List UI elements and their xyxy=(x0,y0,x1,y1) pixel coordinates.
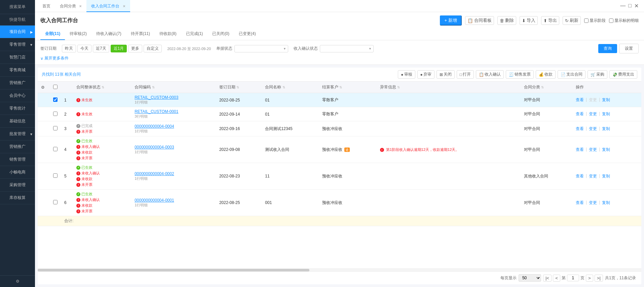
contract-code-link[interactable]: 0000000000004-0002 xyxy=(135,171,213,176)
minimize-button[interactable]: — xyxy=(620,3,626,9)
row-checkbox[interactable] xyxy=(50,107,61,121)
refresh-button[interactable]: ↻ 刷新 xyxy=(563,16,581,25)
status-sort-icon[interactable]: ⇅ xyxy=(102,85,104,89)
col-error-header[interactable]: 异常信息 ⇅ xyxy=(377,82,521,93)
copy-action-btn[interactable]: 复制 xyxy=(602,173,610,179)
op-review-button[interactable]: ● 审核 xyxy=(398,70,415,79)
page-num-input[interactable] xyxy=(567,275,579,281)
view-action-btn[interactable]: 查看 xyxy=(576,173,584,179)
view-action-btn[interactable]: 查看 xyxy=(576,111,584,117)
page-size-wrapper[interactable]: 10 20 50 100 xyxy=(519,274,541,282)
row-checkbox[interactable] xyxy=(50,93,61,107)
copy-action-btn[interactable]: 复制 xyxy=(602,126,610,132)
show-stage-input[interactable] xyxy=(584,18,589,23)
row-checkbox[interactable] xyxy=(50,136,61,163)
col-name-header[interactable]: 合同名称 ⇅ xyxy=(262,82,319,93)
income-confirm-status-wrapper[interactable] xyxy=(320,45,374,52)
op-open-button[interactable]: □ 打开 xyxy=(457,70,474,79)
sidebar-item-retail-stat[interactable]: 零售统计 xyxy=(0,102,35,115)
col-status-header[interactable]: 合同整体状态 ⇅ xyxy=(73,82,131,93)
filter-setting-button[interactable]: 设置 xyxy=(619,44,639,53)
page-prev-button[interactable]: < xyxy=(553,275,560,282)
sidebar-item-purchase[interactable]: 采购管理 xyxy=(0,179,35,192)
query-button[interactable]: 查询 xyxy=(598,44,617,53)
row-checkbox[interactable] xyxy=(50,163,61,190)
row-select-checkbox[interactable] xyxy=(53,112,58,116)
new-button[interactable]: + 新增 xyxy=(440,15,462,26)
sidebar-search[interactable]: 搜索菜单 xyxy=(0,0,35,14)
filter-tab-pending-collection[interactable]: 待收款(8) xyxy=(155,28,181,40)
sidebar-item-xiaochang[interactable]: 小畅电商 xyxy=(0,166,35,179)
sidebar-item-smart-store[interactable]: 智慧门店 xyxy=(0,51,35,64)
change-action-btn[interactable]: 变更 xyxy=(589,147,597,153)
change-action-btn[interactable]: 变更 xyxy=(589,173,597,179)
contract-board-button[interactable]: 📋 合同看板 xyxy=(465,16,494,25)
error-sort-icon[interactable]: ⇅ xyxy=(397,85,400,89)
close-button[interactable]: ✕ xyxy=(634,3,639,9)
sidebar-settings[interactable]: ⚙ xyxy=(0,275,35,287)
row-select-checkbox[interactable] xyxy=(53,147,58,151)
date-btn-1month[interactable]: 近1月 xyxy=(111,45,127,52)
op-income-confirm-button[interactable]: 📋 收入确认 xyxy=(476,70,504,79)
op-collection-button[interactable]: 💰 收款 xyxy=(536,70,556,79)
document-status-wrapper[interactable] xyxy=(234,45,288,52)
change-action-btn[interactable]: 变更 xyxy=(589,126,597,132)
view-action-btn[interactable]: 查看 xyxy=(576,97,584,103)
contract-code-link[interactable]: 0000000000004-0001 xyxy=(135,198,213,203)
data-table[interactable]: ⚙ 合同整体状态 ⇅ 合同编码 ⇅ 签订日期 ⇅ 合同名称 ⇅ 结算客户 ⇅ 异… xyxy=(38,82,641,269)
show-flag-detail-checkbox[interactable]: 显示标的明细 xyxy=(609,18,639,24)
copy-action-btn[interactable]: 复制 xyxy=(602,111,610,117)
contract-code-link[interactable]: 0000000000004-0004 xyxy=(135,124,213,129)
date-btn-yesterday[interactable]: 昨天 xyxy=(62,45,76,52)
row-select-checkbox[interactable] xyxy=(53,173,58,178)
document-status-select[interactable] xyxy=(234,45,288,52)
maximize-button[interactable]: □ xyxy=(628,3,632,9)
customer-sort-icon[interactable]: ⇅ xyxy=(339,85,342,89)
name-sort-icon[interactable]: ⇅ xyxy=(282,85,285,89)
tab-contract-cat[interactable]: 合同分类 ✕ xyxy=(55,0,86,12)
tab-home[interactable]: 首页 xyxy=(38,0,55,12)
tab-income-workbench[interactable]: 收入合同工作台 ✕ xyxy=(86,0,130,12)
copy-action-btn[interactable]: 复制 xyxy=(602,147,610,153)
col-checkbox-header[interactable] xyxy=(50,82,61,93)
copy-action-btn[interactable]: 复制 xyxy=(602,97,610,103)
contract-code-link[interactable]: RETAIL_CUSTOM-0001 xyxy=(135,109,213,114)
op-sales-invoice-button[interactable]: 🧾 销售发票 xyxy=(506,70,534,79)
op-purchase-button[interactable]: 🛒 采购 xyxy=(588,70,607,79)
show-stage-checkbox[interactable]: 显示阶段 xyxy=(584,18,606,24)
col-customer-header[interactable]: 结算客户 ⇅ xyxy=(319,82,376,93)
view-action-btn[interactable]: 查看 xyxy=(576,200,584,206)
category-sort-icon[interactable]: ⇅ xyxy=(541,85,544,89)
filter-tab-changed[interactable]: 已变更(4) xyxy=(234,28,261,40)
page-last-button[interactable]: >| xyxy=(595,275,603,282)
col-settings-header[interactable]: ⚙ xyxy=(38,82,50,93)
filter-tab-closed[interactable]: 已关闭(0) xyxy=(207,28,234,40)
tab-close-contract-cat[interactable]: ✕ xyxy=(79,4,82,8)
row-select-checkbox[interactable] xyxy=(53,97,58,102)
change-action-btn[interactable]: 变更 xyxy=(589,200,597,206)
filter-tab-completed[interactable]: 已完成(1) xyxy=(181,28,208,40)
expand-more-button[interactable]: ∨ 展开更多条件 xyxy=(40,55,639,61)
change-action-btn[interactable]: 变更 xyxy=(589,111,597,117)
contract-code-link[interactable]: 0000000000004-0003 xyxy=(135,145,213,150)
sidebar-item-basic[interactable]: 基础信息 xyxy=(0,115,35,128)
filter-tab-pending-review[interactable]: 待审核(2) xyxy=(65,28,91,40)
delete-button[interactable]: 🗑 删除 xyxy=(497,16,516,25)
horizontal-scrollbar[interactable] xyxy=(38,269,641,271)
filter-tab-all[interactable]: 全部(11) xyxy=(40,28,65,40)
tab-close-income-workbench[interactable]: ✕ xyxy=(123,4,125,8)
show-flag-detail-input[interactable] xyxy=(609,18,613,23)
view-action-btn[interactable]: 查看 xyxy=(576,147,584,153)
page-next-button[interactable]: > xyxy=(586,275,593,282)
copy-action-btn[interactable]: 复制 xyxy=(602,200,610,206)
date-btn-more[interactable]: 更多 xyxy=(128,45,142,52)
import-button[interactable]: ⬇ 导入 xyxy=(520,16,538,25)
select-all-checkbox[interactable] xyxy=(53,85,58,89)
filter-tab-pending-income-confirm[interactable]: 待收入确认(7) xyxy=(91,28,126,40)
sidebar-item-inventory[interactable]: 库存核算 xyxy=(0,192,35,204)
row-checkbox[interactable] xyxy=(50,121,61,136)
op-expense-pay-button[interactable]: 💸 费用支出 xyxy=(609,70,637,79)
sign-date-sort-icon[interactable]: ⇅ xyxy=(236,85,239,89)
filter-tab-pending-invoice[interactable]: 待开票(11) xyxy=(126,28,155,40)
scrollbar-thumb[interactable] xyxy=(38,269,309,272)
